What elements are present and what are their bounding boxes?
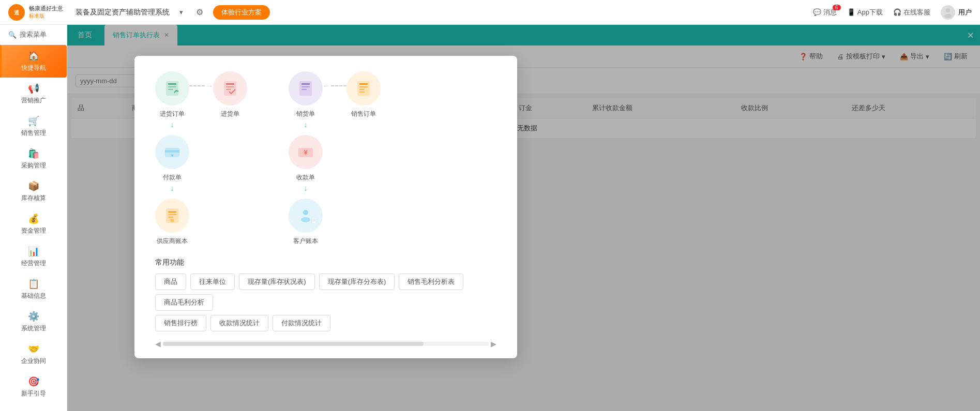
sidebar-item-guide[interactable]: 🎯 新手引导: [0, 371, 67, 403]
sidebar-item-purchase[interactable]: 🛍️ 采购管理: [0, 143, 67, 175]
online-service-button[interactable]: 🎧 在线客服: [893, 8, 930, 17]
sidebar-item-quick-nav[interactable]: 🏠 快捷导航: [0, 45, 67, 78]
top-header: 通 畅康通好生意 标准版 装备及固定资产辅助管理系统 ▾ ⚙ 体验行业方案 💬 …: [0, 0, 980, 25]
common-btn-payment-stats[interactable]: 付款情况统计: [273, 315, 330, 331]
svg-rect-21: [301, 83, 310, 85]
username-label: 用户: [958, 8, 972, 17]
flow-node-purchase-bill[interactable]: 进货单: [213, 71, 247, 118]
flow-node-purchase-order[interactable]: 进货订单: [155, 71, 189, 118]
flow-node-customer[interactable]: 📄 客户账本: [289, 199, 323, 246]
app-download-label: App下载: [857, 8, 883, 17]
app-logo-sub: 标准版: [29, 12, 63, 20]
sidebar-item-purchase-label: 采购管理: [21, 161, 46, 170]
search-icon: 🔍: [8, 31, 17, 39]
svg-rect-19: [226, 89, 231, 90]
purchase-icon: 🛍️: [28, 148, 39, 159]
flow-node-receipt[interactable]: ¥ 收款单: [289, 135, 323, 182]
common-btn-counterpart[interactable]: 往来单位: [190, 273, 235, 290]
sidebar-item-system-label: 系统管理: [21, 324, 46, 333]
app-download-button[interactable]: 📱 App下载: [847, 8, 883, 17]
scroll-thumb[interactable]: [163, 342, 424, 346]
scroll-track[interactable]: [163, 342, 489, 346]
online-service-label: 在线客服: [903, 8, 930, 17]
common-btn-inventory-status[interactable]: 现存量(库存状况表): [239, 273, 315, 290]
customer-circle: 📄: [289, 199, 323, 233]
sidebar-item-enterprise-label: 企业协同: [21, 357, 46, 366]
sidebar-item-operations[interactable]: 📊 经营管理: [0, 240, 67, 273]
flow-node-payment[interactable]: ¥ 付款单: [155, 135, 189, 182]
sales-bill-label: 销货单: [296, 110, 315, 118]
flow-node-supplier[interactable]: 账 供应商账本: [155, 199, 189, 246]
svg-rect-30: [359, 83, 368, 85]
logo-text-block: 畅康通好生意 标准版: [29, 5, 63, 19]
guide-icon: 🎯: [28, 376, 39, 387]
common-btn-sales-profit[interactable]: 销售毛利分析表: [399, 273, 463, 290]
supplier-label: 供应商账本: [157, 237, 188, 246]
trial-button[interactable]: 体验行业方案: [213, 5, 270, 20]
search-menu-item[interactable]: 🔍 搜索菜单: [0, 25, 67, 45]
flow-node-sales-order[interactable]: 销售订单: [346, 71, 381, 118]
common-btn-inventory-dist[interactable]: 现存量(库存分布表): [319, 273, 395, 290]
inventory-icon: 📦: [28, 180, 39, 192]
user-avatar-area[interactable]: 用户: [941, 5, 972, 20]
message-button[interactable]: 💬 6 消息: [813, 8, 837, 17]
purchase-bill-circle: [213, 71, 247, 105]
sidebar-item-finance-label: 资金管理: [21, 226, 46, 235]
svg-rect-31: [359, 86, 368, 87]
svg-text:¥: ¥: [171, 153, 174, 158]
modal-scrollbar: ◀ ▶: [155, 336, 496, 348]
header-center: 装备及固定资产辅助管理系统 ▾ ⚙ 体验行业方案: [76, 5, 813, 20]
sidebar: 🔍 搜索菜单 🏠 快捷导航 📢 营销推广 🛒 销售管理 🛍️ 采购管理 📦 库存…: [0, 25, 67, 411]
settings-gear-button[interactable]: ⚙: [192, 5, 207, 20]
sidebar-item-basic[interactable]: 📋 基础信息: [0, 273, 67, 306]
flow-node-sales-bill[interactable]: 销货单: [289, 71, 323, 118]
common-btn-sales-rank[interactable]: 销售排行榜: [155, 315, 206, 331]
common-btn-product-profit[interactable]: 商品毛利分析: [155, 294, 213, 311]
dashed-arrow-right: →: [189, 82, 213, 90]
finance-icon: 💰: [28, 213, 39, 224]
sales-bill-circle: [289, 71, 323, 105]
sidebar-item-inventory[interactable]: 📦 库存核算: [0, 175, 67, 208]
sales-order-label: 销售订单: [351, 110, 376, 118]
svg-rect-14: [168, 217, 173, 218]
svg-rect-9: [165, 150, 179, 153]
flow-modal: 进货订单 ↓ ¥ 付款单 ↓: [134, 56, 517, 358]
sidebar-item-operations-label: 经营管理: [21, 259, 46, 268]
common-btn-receipt-stats[interactable]: 收款情况统计: [210, 315, 268, 331]
receipt-circle: ¥: [289, 135, 323, 169]
svg-text:📄: 📄: [311, 217, 315, 223]
sidebar-item-quick-nav-label: 快捷导航: [21, 64, 46, 72]
search-menu-label: 搜索菜单: [20, 30, 47, 39]
customer-label: 客户账本: [293, 237, 318, 246]
sidebar-item-system[interactable]: ⚙️ 系统管理: [0, 306, 67, 338]
down-arrow-3: ↓: [304, 120, 308, 129]
down-arrow-4: ↓: [304, 184, 308, 192]
message-icon: 💬: [813, 8, 821, 16]
enterprise-icon: 🤝: [28, 343, 39, 355]
operations-icon: 📊: [28, 246, 39, 257]
scroll-right-arrow[interactable]: ▶: [491, 340, 496, 348]
system-icon: ⚙️: [28, 311, 39, 322]
marketing-icon: 📢: [28, 83, 39, 94]
svg-rect-6: [168, 86, 176, 87]
svg-rect-22: [301, 86, 310, 87]
sidebar-item-enterprise[interactable]: 🤝 企业协同: [0, 338, 67, 371]
svg-rect-7: [168, 89, 173, 90]
sidebar-item-guide-label: 新手引导: [21, 389, 46, 398]
sidebar-item-inventory-label: 库存核算: [21, 194, 46, 203]
sidebar-item-finance[interactable]: 💰 资金管理: [0, 208, 67, 240]
down-arrow-1: ↓: [171, 120, 174, 129]
svg-rect-23: [301, 89, 307, 90]
sidebar-item-sales[interactable]: 🛒 销售管理: [0, 110, 67, 143]
sidebar-item-marketing-label: 营销推广: [21, 96, 46, 105]
flow-col-purchase-bill: 进货单: [213, 71, 247, 118]
sidebar-item-marketing[interactable]: 📢 营销推广: [0, 78, 67, 110]
arrow-right-1-col: →: [189, 82, 213, 90]
common-btn-product[interactable]: 商品: [155, 273, 186, 290]
dropdown-icon[interactable]: ▾: [176, 7, 186, 18]
scroll-left-arrow[interactable]: ◀: [155, 340, 161, 348]
svg-text:通: 通: [14, 10, 20, 16]
flow-col-left: 进货订单 ↓ ¥ 付款单 ↓: [155, 71, 189, 246]
download-icon: 📱: [847, 8, 855, 16]
svg-rect-5: [168, 83, 176, 85]
